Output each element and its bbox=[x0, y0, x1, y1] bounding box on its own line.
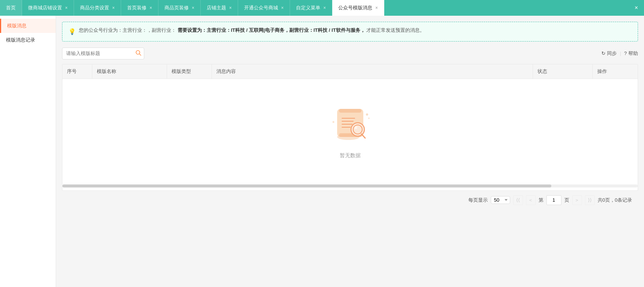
tab-product-decor-label: 商品页装修 bbox=[164, 4, 189, 11]
tab-template-msg-close[interactable]: × bbox=[375, 5, 378, 10]
svg-point-10 bbox=[354, 126, 357, 129]
last-page-button[interactable]: ⟩⟩ bbox=[585, 195, 595, 205]
tab-bar-close-all[interactable]: × bbox=[629, 4, 644, 11]
sidebar-item-template-msg-label: 模版消息 bbox=[7, 23, 27, 28]
search-left bbox=[62, 48, 144, 59]
tab-store-theme-label: 店铺主题 bbox=[207, 4, 226, 11]
tab-custom-menu-close[interactable]: × bbox=[323, 5, 326, 10]
col-type: 模版类型 bbox=[167, 64, 212, 79]
main-layout: 模版消息 模版消息记录 💡 您的公众号行业为：主营行业：，副营行业： 需要设置为… bbox=[0, 16, 644, 287]
tab-category-label: 商品分类设置 bbox=[80, 4, 109, 11]
sidebar-item-template-msg-record-label: 模版消息记录 bbox=[6, 37, 35, 43]
tab-wsc-label: 微商城店铺设置 bbox=[28, 4, 62, 11]
tab-store-theme-close[interactable]: × bbox=[229, 5, 232, 10]
sync-icon: ↻ bbox=[601, 51, 606, 56]
tab-open-mall-label: 开通公众号商城 bbox=[244, 4, 278, 11]
first-page-button[interactable]: ⟨⟨ bbox=[513, 195, 523, 205]
empty-state: 暂无数据 bbox=[62, 79, 638, 181]
tab-wsc-settings[interactable]: 微商城店铺设置 × bbox=[22, 0, 74, 16]
divider: | bbox=[620, 51, 621, 56]
svg-point-12 bbox=[368, 117, 370, 119]
notice-text: 您的公众号行业为：主营行业：，副营行业： 需要设置为：主营行业：IT科技 / 互… bbox=[79, 27, 632, 34]
tab-home-decor-label: 首页装修 bbox=[127, 4, 147, 11]
page-size-select[interactable]: 20 50 100 bbox=[491, 196, 510, 204]
svg-point-13 bbox=[332, 121, 334, 123]
table-header: 序号 模版名称 模版类型 消息内容 状态 操作 bbox=[62, 64, 638, 79]
tab-home-decor-close[interactable]: × bbox=[150, 5, 152, 10]
search-input[interactable] bbox=[62, 48, 144, 59]
tab-home-label: 首页 bbox=[6, 4, 16, 11]
scrollbar-thumb[interactable] bbox=[62, 184, 551, 187]
svg-point-11 bbox=[366, 113, 368, 116]
sidebar-item-template-msg[interactable]: 模版消息 bbox=[0, 19, 56, 33]
tab-template-msg[interactable]: 公众号模版消息 × bbox=[332, 0, 384, 16]
help-label: 帮助 bbox=[628, 50, 638, 57]
col-seq: 序号 bbox=[62, 64, 92, 79]
notice-box: 💡 您的公众号行业为：主营行业：，副营行业： 需要设置为：主营行业：IT科技 /… bbox=[62, 22, 638, 42]
search-button[interactable] bbox=[136, 50, 141, 57]
help-button[interactable]: ? 帮助 bbox=[624, 50, 638, 57]
tab-open-mall[interactable]: 开通公众号商城 × bbox=[238, 0, 290, 16]
tab-home[interactable]: 首页 bbox=[0, 0, 22, 16]
tab-category-close[interactable]: × bbox=[112, 5, 115, 10]
page-total: 共0页，0条记录 bbox=[598, 197, 632, 204]
sidebar: 模版消息 模版消息记录 bbox=[0, 16, 56, 287]
tab-store-theme[interactable]: 店铺主题 × bbox=[201, 0, 238, 16]
sync-label: 同步 bbox=[607, 50, 617, 57]
page-label: 页 bbox=[564, 197, 569, 204]
tab-bar: 首页 微商城店铺设置 × 商品分类设置 × 首页装修 × 商品页装修 × 店铺主… bbox=[0, 0, 644, 16]
search-input-wrap bbox=[62, 48, 144, 59]
notice-prefix: 您的公众号行业为：主营行业：，副营行业： bbox=[79, 27, 176, 33]
empty-text: 暂无数据 bbox=[340, 152, 361, 159]
tab-custom-menu[interactable]: 自定义菜单 × bbox=[290, 0, 332, 16]
notice-icon: 💡 bbox=[68, 27, 76, 37]
page-di-label: 第 bbox=[539, 197, 543, 204]
notice-suffix: 才能正常发送预置的消息。 bbox=[366, 27, 425, 33]
empty-illustration bbox=[328, 101, 373, 146]
current-page-input[interactable] bbox=[546, 195, 561, 205]
col-action: 操作 bbox=[593, 64, 638, 79]
tab-template-msg-label: 公众号模版消息 bbox=[338, 4, 372, 11]
page-size-label: 每页显示 bbox=[468, 197, 488, 204]
sync-button[interactable]: ↻ 同步 bbox=[601, 50, 617, 57]
col-status: 状态 bbox=[533, 64, 593, 79]
tab-product-decor-close[interactable]: × bbox=[192, 5, 194, 10]
prev-page-button[interactable]: ＜ bbox=[526, 195, 536, 205]
search-right: ↻ 同步 | ? 帮助 bbox=[601, 50, 638, 57]
tab-category-settings[interactable]: 商品分类设置 × bbox=[74, 0, 121, 16]
next-page-button[interactable]: ＞ bbox=[572, 195, 582, 205]
svg-line-1 bbox=[139, 54, 141, 55]
content-area: 💡 您的公众号行业为：主营行业：，副营行业： 需要设置为：主营行业：IT科技 /… bbox=[56, 16, 644, 287]
horizontal-scrollbar[interactable] bbox=[62, 184, 638, 187]
pagination: 每页显示 20 50 100 ⟨⟨ ＜ 第 页 ＞ ⟩⟩ 共0页，0条记录 bbox=[62, 191, 638, 210]
notice-highlight: 需要设置为：主营行业：IT科技 / 互联网|电子商务，副营行业：IT科技 / I… bbox=[178, 27, 365, 33]
sidebar-item-template-msg-record[interactable]: 模版消息记录 bbox=[0, 33, 56, 47]
data-table: 序号 模版名称 模版类型 消息内容 状态 操作 bbox=[62, 64, 638, 191]
col-name: 模版名称 bbox=[92, 64, 167, 79]
tab-product-decor[interactable]: 商品页装修 × bbox=[158, 0, 201, 16]
tab-wsc-close[interactable]: × bbox=[65, 5, 68, 10]
tab-home-decor[interactable]: 首页装修 × bbox=[121, 0, 158, 16]
search-bar: ↻ 同步 | ? 帮助 bbox=[62, 48, 638, 59]
col-content: 消息内容 bbox=[212, 64, 533, 79]
tab-custom-menu-label: 自定义菜单 bbox=[296, 4, 320, 11]
help-icon: ? bbox=[624, 51, 627, 56]
tab-open-mall-close[interactable]: × bbox=[281, 5, 284, 10]
